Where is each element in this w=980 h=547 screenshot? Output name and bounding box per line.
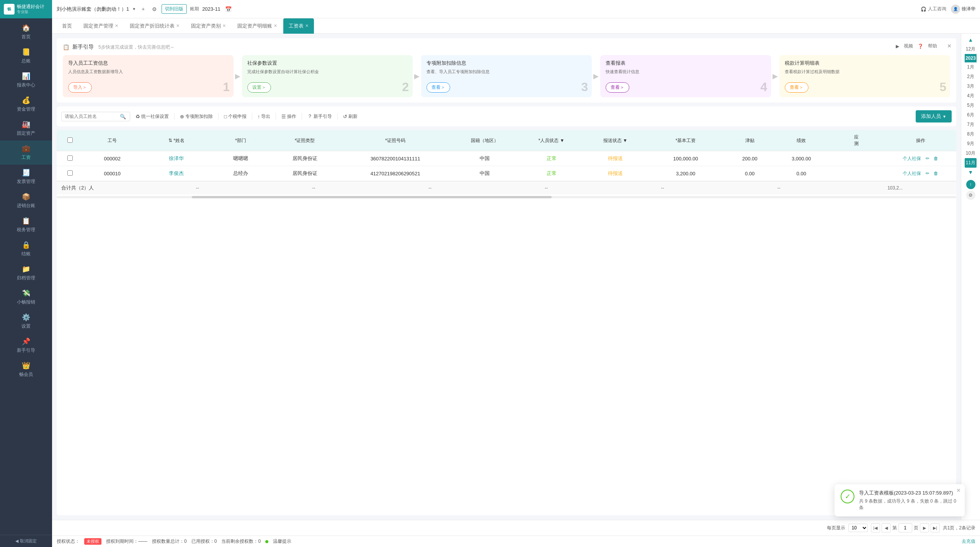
sidebar-item-close[interactable]: 🔒 结账 — [0, 237, 52, 261]
cal-action-2[interactable]: ⚙ — [966, 191, 975, 200]
tab-0[interactable]: 首页 — [57, 18, 77, 34]
tab-2[interactable]: 固定资产折旧统计表✕ — [124, 18, 185, 34]
sidebar-item-archive[interactable]: 📁 归档管理 — [0, 261, 52, 285]
sidebar-item-member[interactable]: 👑 畅会员 — [0, 358, 52, 382]
table-row: 000010 李俊杰 总经办 居民身份证 412702198206290521 … — [57, 166, 956, 181]
page-input[interactable] — [898, 523, 912, 532]
sidebar-item-expense[interactable]: 💸 小畅报销 — [0, 285, 52, 309]
toast-success-icon: ✓ — [841, 490, 854, 503]
cal-month-2[interactable]: 1月 — [965, 62, 977, 72]
special-label: 专项附加扣除 — [185, 113, 213, 120]
charge-btn[interactable]: 去充值 — [962, 538, 975, 545]
sidebar-item-reports[interactable]: 📊 报表中心 — [0, 68, 52, 92]
toolbar-action-export[interactable]: ↑ 导出 — [255, 112, 273, 121]
row-edit-icon-1[interactable]: ✏ — [926, 171, 929, 176]
toast-close-btn[interactable]: ✕ — [956, 487, 961, 493]
sidebar-item-home[interactable]: 🏠 首页 — [0, 20, 52, 44]
sidebar-item-invoice[interactable]: 🧾 发票管理 — [0, 165, 52, 189]
tab-close-3[interactable]: ✕ — [222, 23, 226, 28]
sidebar-item-inventory[interactable]: 📦 进销台账 — [0, 189, 52, 213]
row-social-link-1[interactable]: 个人社保 — [903, 171, 921, 176]
first-page-btn[interactable]: |◀ — [871, 523, 880, 532]
step-btn-1[interactable]: 导入＞ — [68, 82, 92, 93]
tab-close-2[interactable]: ✕ — [176, 23, 180, 28]
toolbar-action-special[interactable]: ⊕ 专项附加扣除 — [178, 112, 215, 121]
cal-month-5[interactable]: 4月 — [965, 91, 977, 101]
sidebar-nav: 🏠 首页 📒 总账 📊 报表中心 💰 资金管理 🏭 固定资产 💼 工资 🧾 发票… — [0, 18, 52, 535]
step-btn-3[interactable]: 查看＞ — [426, 82, 450, 93]
ai-consult-btn[interactable]: 🎧 人工咨询 — [921, 6, 946, 12]
toolbar-action-operate[interactable]: ☰ 操作 — [279, 112, 299, 121]
step-btn-5[interactable]: 查看＞ — [785, 82, 808, 93]
sidebar-item-fixed[interactable]: 🏭 固定资产 — [0, 116, 52, 140]
tab-1[interactable]: 固定资产管理✕ — [78, 18, 124, 34]
calendar-down-btn[interactable]: ▼ — [967, 168, 975, 177]
cal-month-12[interactable]: 11月 — [965, 158, 977, 168]
search-input[interactable] — [65, 114, 118, 119]
cal-month-0[interactable]: 12月 — [965, 44, 977, 54]
tab-close-1[interactable]: ✕ — [115, 23, 118, 28]
cal-month-6[interactable]: 5月 — [965, 101, 977, 110]
row-subsidy-0: 200.00 — [725, 151, 774, 166]
tab-4[interactable]: 固定资产明细账✕ — [232, 18, 283, 34]
user-info[interactable]: 👤 徐泽华 — [951, 5, 975, 14]
step-title-3: 专项附加扣除信息 — [426, 60, 586, 67]
toolbar-action-refresh[interactable]: ↺ 刷新 — [341, 112, 360, 121]
calendar-btn[interactable]: 📅 — [224, 5, 233, 14]
sidebar-item-ledger[interactable]: 📒 总账 — [0, 44, 52, 68]
cal-month-4[interactable]: 3月 — [965, 82, 977, 91]
last-page-btn[interactable]: ▶| — [931, 523, 940, 532]
cal-month-9[interactable]: 8月 — [965, 129, 977, 139]
account-dropdown-icon[interactable]: ▼ — [132, 7, 136, 11]
help-label[interactable]: 帮助 — [928, 43, 937, 49]
row-subsidy-1: 0.00 — [725, 166, 774, 181]
tab-5[interactable]: 工资表✕ — [283, 18, 314, 34]
sidebar-label-close: 结账 — [21, 251, 31, 257]
per-page-select[interactable]: 102050100 — [848, 524, 868, 532]
sidebar-item-funds[interactable]: 💰 资金管理 — [0, 92, 52, 116]
add-account-btn[interactable]: ＋ — [139, 4, 147, 14]
tab-close-5[interactable]: ✕ — [305, 23, 309, 28]
sidebar-item-wizard[interactable]: 📌 新手引导 — [0, 333, 52, 358]
sidebar-item-settings[interactable]: ⚙️ 设置 — [0, 309, 52, 333]
toolbar-action-tax[interactable]: □ 个税申报 — [222, 112, 249, 121]
invoice-icon: 🧾 — [22, 168, 30, 177]
cal-action-1[interactable]: ↑ — [966, 180, 975, 189]
next-page-btn[interactable]: ▶ — [920, 523, 929, 532]
calendar-up-btn[interactable]: ▲ — [967, 35, 975, 44]
cal-month-7[interactable]: 6月 — [965, 110, 977, 120]
row-id-1: 000010 — [84, 166, 141, 181]
row-delete-icon-1[interactable]: 🗑 — [934, 171, 938, 176]
wizard-close-btn[interactable]: ✕ — [947, 43, 952, 49]
tab-3[interactable]: 固定资产类别✕ — [186, 18, 231, 34]
sidebar-item-payroll[interactable]: 💼 工资 — [0, 140, 52, 165]
cal-month-8[interactable]: 7月 — [965, 120, 977, 129]
step-btn-4[interactable]: 查看＞ — [606, 82, 629, 93]
sidebar-label-inventory: 进销台账 — [17, 202, 35, 209]
row-name-link-0[interactable]: 徐泽华 — [169, 155, 184, 161]
toolbar-action-social[interactable]: ♻ 统一社保设置 — [133, 112, 171, 121]
horizontal-scrollbar[interactable] — [57, 196, 956, 198]
version-switch-btn[interactable]: 切到旧版 — [162, 4, 187, 14]
add-person-btn[interactable]: 添加人员 ▼ — [916, 110, 952, 122]
video-label[interactable]: 视频 — [904, 43, 913, 49]
step-btn-2[interactable]: 设置＞ — [247, 82, 271, 93]
row-checkbox-1[interactable] — [67, 170, 73, 176]
settings-btn[interactable]: ⚙ — [150, 5, 158, 14]
prev-page-btn[interactable]: ◀ — [882, 523, 891, 532]
toolbar-action-new_wizard[interactable]: ？ 新手引导 — [305, 111, 334, 121]
row-delete-icon-0[interactable]: 🗑 — [934, 156, 938, 161]
tab-close-4[interactable]: ✕ — [274, 23, 277, 28]
sidebar-item-tax[interactable]: 📋 税务管理 — [0, 213, 52, 237]
row-checkbox-0[interactable] — [67, 155, 73, 161]
cal-month-3[interactable]: 2月 — [965, 72, 977, 82]
cal-month-11[interactable]: 10月 — [965, 149, 977, 158]
toolbar-actions: ♻ 统一社保设置 ⊕ 专项附加扣除 □ 个税申报 ↑ 导出 ☰ 操作 ？ 新手引… — [133, 111, 360, 121]
row-social-link-0[interactable]: 个人社保 — [903, 156, 921, 161]
cal-month-10[interactable]: 9月 — [965, 139, 977, 149]
row-edit-icon-0[interactable]: ✏ — [926, 156, 929, 161]
row-name-link-1[interactable]: 李俊杰 — [169, 170, 184, 176]
cancel-fixed-btn[interactable]: ◀ 取消固定 — [0, 535, 52, 547]
select-all-checkbox[interactable] — [67, 137, 73, 143]
row-nation-1: 中国 — [450, 166, 519, 181]
